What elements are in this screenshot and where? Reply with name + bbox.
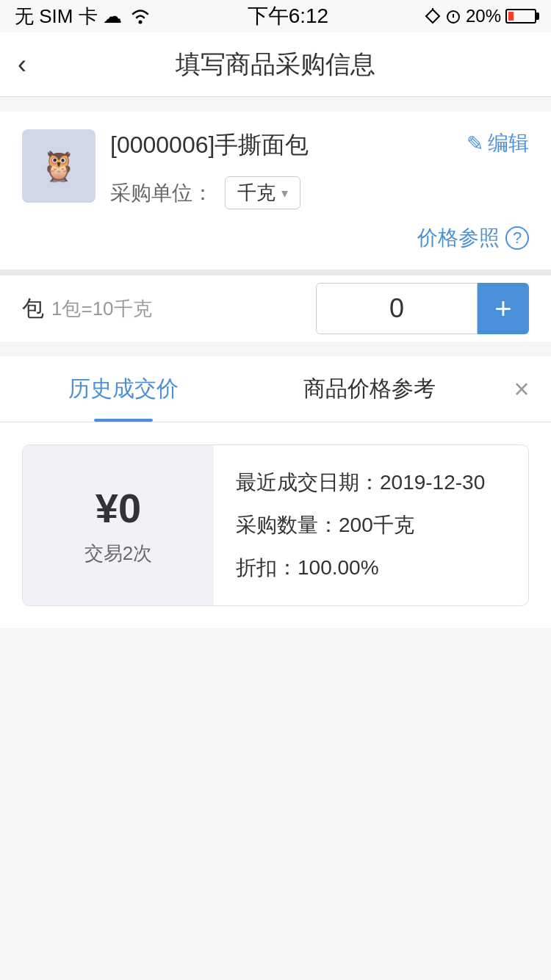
alarm-icon — [445, 8, 461, 24]
history-card: ¥0 交易2次 最近成交日期：2019-12-30 采购数量：200千克 折扣：… — [22, 444, 529, 606]
product-name: [0000006]手撕面包 — [110, 129, 467, 162]
product-image-icon: 🦉 — [40, 149, 77, 184]
unit-select[interactable]: 千克 ▾ — [225, 176, 300, 209]
product-info: [0000006]手撕面包 采购单位： 千克 ▾ — [110, 129, 467, 209]
tab-panel: 历史成交价 商品价格参考 × ¥0 交易2次 最近成交日期：2019-12-30… — [0, 356, 551, 628]
recent-date-label: 最近成交日期： — [236, 471, 380, 494]
sim-text: 无 SIM 卡 ☁ — [15, 4, 122, 29]
unit-box-label: 包 — [22, 294, 44, 324]
unit-value: 千克 — [237, 180, 276, 206]
quantity-input-area: + — [316, 283, 529, 334]
discount-value: 100.00% — [298, 556, 379, 579]
status-time: 下午6:12 — [248, 2, 329, 30]
discount-row: 折扣：100.00% — [236, 552, 506, 583]
chevron-down-icon: ▾ — [281, 185, 288, 201]
battery-icon — [505, 9, 536, 24]
purchase-qty-value: 200千克 — [339, 514, 414, 536]
tab-header: 历史成交价 商品价格参考 × — [0, 356, 551, 422]
tab-product-price-ref[interactable]: 商品价格参考 — [246, 356, 492, 422]
tab-product-price-ref-label: 商品价格参考 — [303, 374, 436, 404]
tab-history-price-label: 历史成交价 — [68, 374, 179, 404]
product-card: 🦉 [0000006]手撕面包 采购单位： 千克 ▾ ✎ 编辑 价格参照 ? — [0, 112, 551, 270]
product-thumbnail: 🦉 — [22, 129, 96, 203]
purchase-qty-row: 采购数量：200千克 — [236, 510, 506, 541]
edit-button[interactable]: ✎ 编辑 — [467, 129, 529, 157]
tab-close-button[interactable]: × — [492, 374, 551, 405]
history-price-value: ¥0 — [96, 484, 141, 532]
recent-date-value: 2019-12-30 — [380, 471, 485, 494]
page-title: 填写商品采购信息 — [176, 48, 375, 82]
divider — [0, 270, 551, 275]
status-left: 无 SIM 卡 ☁ — [15, 4, 151, 29]
edit-icon: ✎ — [467, 131, 483, 156]
help-icon[interactable]: ? — [505, 226, 529, 250]
status-right: 20% — [425, 6, 536, 26]
svg-marker-1 — [426, 10, 439, 23]
quantity-row: 包 1包=10千克 + — [0, 275, 551, 342]
nav-bar: ‹ 填写商品采购信息 — [0, 32, 551, 97]
back-button[interactable]: ‹ — [18, 49, 26, 80]
history-details: 最近成交日期：2019-12-30 采购数量：200千克 折扣：100.00% — [214, 445, 528, 605]
history-trades-count: 交易2次 — [84, 541, 152, 566]
tab-history-price[interactable]: 历史成交价 — [0, 356, 246, 422]
svg-point-0 — [138, 21, 142, 24]
edit-label: 编辑 — [488, 129, 529, 157]
wifi-icon — [129, 8, 151, 24]
history-content: ¥0 交易2次 最近成交日期：2019-12-30 采购数量：200千克 折扣：… — [0, 422, 551, 628]
tab-active-underline — [94, 419, 153, 422]
purchase-qty-label: 采购数量： — [236, 514, 339, 536]
status-bar: 无 SIM 卡 ☁ 下午6:12 20% — [0, 0, 551, 32]
recent-date-row: 最近成交日期：2019-12-30 — [236, 467, 506, 498]
history-price-section: ¥0 交易2次 — [23, 445, 214, 605]
discount-label: 折扣： — [236, 556, 298, 579]
battery-percent: 20% — [466, 6, 501, 26]
quantity-input[interactable] — [316, 283, 478, 334]
purchase-unit-label: 采购单位： — [110, 179, 213, 207]
plus-button[interactable]: + — [478, 283, 529, 334]
price-reference-button[interactable]: 价格参照 — [417, 224, 500, 252]
bottom-space — [0, 628, 551, 980]
unit-ratio-label: 1包=10千克 — [51, 296, 152, 322]
location-icon — [425, 8, 441, 24]
